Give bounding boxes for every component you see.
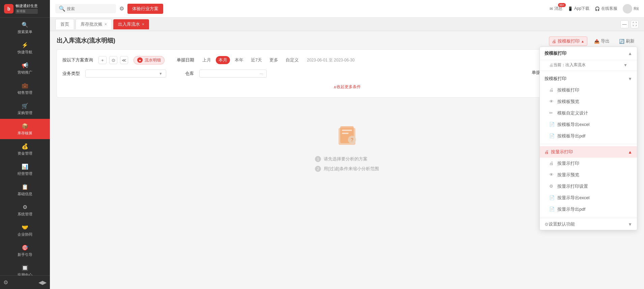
app-download-btn[interactable]: 📱 App下载 xyxy=(568,6,589,11)
tab-flow-close[interactable]: × xyxy=(142,22,144,27)
tab-bar: 首页 库存批次账 × 出入库流水 × — ⛶ xyxy=(50,18,644,31)
settings-bottom-icon[interactable]: ⚙ xyxy=(3,279,8,286)
logo-icon: b xyxy=(4,4,13,14)
svg-rect-3 xyxy=(342,133,349,134)
apps-nav-icon: 🔲 xyxy=(21,264,29,271)
footer-arrow-icon: ▼ xyxy=(628,222,632,227)
sidebar-item-label-inventory: 库存核算 xyxy=(18,131,32,136)
sidebar-item-marketing[interactable]: 📢 营销推广 xyxy=(0,58,50,78)
sidebar-item-label-collab: 企业协同 xyxy=(18,232,32,237)
tab-home-label: 首页 xyxy=(60,22,69,27)
sidebar-item-label-search: 搜索菜单 xyxy=(18,29,32,34)
template-print-section: 按模板打印 ▼ 🖨 按模板打印 👁 按模板预览 ✏ 模板自定义设计 📄 xyxy=(540,72,637,143)
filter-tag-flow[interactable]: ● 流水明细 xyxy=(134,56,165,64)
tab-batch[interactable]: 库存批次账 × xyxy=(76,19,112,29)
headset-icon: 🎧 xyxy=(595,6,600,11)
sidebar-item-label-quick: 快捷导航 xyxy=(18,50,32,55)
empty-text: 1 请先选择要分析的方案 2 用[过滤]条件来缩小分析范围 xyxy=(315,154,379,174)
tab-batch-close[interactable]: × xyxy=(105,22,107,27)
sidebar-item-sales[interactable]: 💼 销售管理 xyxy=(0,78,50,99)
date-btn-this-month[interactable]: 本月 xyxy=(216,56,230,64)
sidebar-item-finance[interactable]: 💰 资金管理 xyxy=(0,139,50,159)
dropdown-footer[interactable]: ⚙ 设置默认功能 ▼ xyxy=(540,218,637,230)
date-btn-custom[interactable]: 自定义 xyxy=(283,56,301,64)
template-export-excel-item[interactable]: 📄 按模板导出excel xyxy=(540,119,637,130)
search-icon: 🔍 xyxy=(59,5,65,12)
template-print-section-arrow: ▼ xyxy=(628,76,632,81)
sidebar-item-label-operations: 经营管理 xyxy=(18,171,32,176)
filter-settings-btn[interactable]: ⊙ xyxy=(109,56,117,64)
display-print-section-label: 按显示打印 xyxy=(551,149,573,155)
template-export-pdf-icon: 📄 xyxy=(549,133,555,139)
online-service-label: 在线客服 xyxy=(601,6,617,11)
dropdown-scroll-arrow-up[interactable]: ▲ xyxy=(628,51,632,56)
display-preview-icon: 👁 xyxy=(549,172,555,178)
sidebar-item-collab[interactable]: 🤝 企业协同 xyxy=(0,220,50,240)
business-type-select[interactable]: ▼ xyxy=(85,70,166,78)
sidebar-item-guide[interactable]: 🎯 新手引导 xyxy=(0,240,50,261)
tab-maximize-btn[interactable]: ⛶ xyxy=(631,20,639,28)
template-print-label: 按模板打印 xyxy=(557,87,579,93)
template-print-section-header[interactable]: 按模板打印 ▼ xyxy=(540,73,637,84)
main-content: 🔍 ⚙ 体验行业方案 ✉ 消息 99+ 📱 App下载 🎧 在线客服 Ri xyxy=(50,0,644,289)
empty-step-2: 2 用[过滤]条件来缩小分析范围 xyxy=(315,164,379,173)
tab-flow[interactable]: 出入库流水 × xyxy=(113,19,149,29)
app-name: 畅捷通好生意 xyxy=(16,3,38,8)
display-print-item[interactable]: 🖨 按显示打印 xyxy=(540,158,637,169)
sidebar-item-label-finance: 资金管理 xyxy=(18,151,32,156)
collapse-sidebar-icon[interactable]: ◀▶ xyxy=(38,279,47,286)
display-print-section-header[interactable]: 🖨 按显示打印 ▲ xyxy=(540,146,637,158)
tab-minimize-btn[interactable]: — xyxy=(620,20,628,28)
sidebar-item-purchase[interactable]: 🛒 采购管理 xyxy=(0,99,50,119)
sidebar-item-label-marketing: 营销推广 xyxy=(18,70,32,75)
filter-collapse-btn[interactable]: ≪ xyxy=(120,56,128,64)
date-btn-7days[interactable]: 近7天 xyxy=(248,56,265,64)
phone-icon: 📱 xyxy=(568,6,573,11)
date-btn-last-month[interactable]: 上月 xyxy=(200,56,214,64)
sidebar-item-apps[interactable]: 🔲 应用中心 xyxy=(0,261,50,275)
display-print-icon: 🖨 xyxy=(549,161,555,166)
date-btn-more[interactable]: 更多 xyxy=(267,56,281,64)
date-btn-this-year[interactable]: 本年 xyxy=(232,56,246,64)
warehouse-select[interactable]: ··· xyxy=(199,70,267,78)
filter-add-btn[interactable]: + xyxy=(98,56,107,64)
print-template-btn[interactable]: 🖨 按模板打印 ▲ xyxy=(549,36,587,46)
display-export-excel-item[interactable]: 📄 按显示导出excel xyxy=(540,192,637,204)
refresh-btn[interactable]: 🔄 刷新 xyxy=(616,37,637,46)
sidebar-item-basic[interactable]: 📋 基础信息 xyxy=(0,180,50,200)
sidebar-item-system[interactable]: ⚙ 系统管理 xyxy=(0,200,50,220)
sidebar-item-search[interactable]: 🔍 搜索菜单 xyxy=(0,18,50,38)
template-preview-item[interactable]: 👁 按模板预览 xyxy=(540,96,637,107)
topbar-search-box[interactable]: 🔍 xyxy=(55,4,116,13)
current-template-label: 当前：出入库流水 xyxy=(553,62,586,68)
template-custom-item[interactable]: ✏ 模板自定义设计 xyxy=(540,107,637,119)
template-print-item[interactable]: 🖨 按模板打印 xyxy=(540,84,637,96)
step-2-num: 2 xyxy=(315,166,321,172)
collapse-more-btn[interactable]: ∧ 收起更多条件 xyxy=(331,82,363,92)
filter-tag-icon: ● xyxy=(137,57,143,63)
empty-step-1: 1 请先选择要分析的方案 xyxy=(315,155,379,163)
display-export-pdf-item[interactable]: 📄 按显示导出pdf xyxy=(540,204,637,215)
sidebar-item-quick[interactable]: ⚡ 快捷导航 xyxy=(0,38,50,58)
user-area[interactable]: Rit xyxy=(623,4,639,14)
sidebar-item-inventory[interactable]: 📦 库存核算 xyxy=(0,119,50,139)
step-1-num: 1 xyxy=(315,156,321,162)
message-btn[interactable]: ✉ 消息 99+ xyxy=(550,6,562,11)
display-preview-item[interactable]: 👁 按显示预览 xyxy=(540,169,637,181)
display-print-settings-item[interactable]: ⚙ 按显示打印设置 xyxy=(540,181,637,192)
sidebar-item-operations[interactable]: 📊 经营管理 xyxy=(0,159,50,180)
online-service-btn[interactable]: 🎧 在线客服 xyxy=(595,6,617,11)
trial-btn[interactable]: 体验行业方案 xyxy=(127,4,163,14)
export-btn[interactable]: 📤 导出 xyxy=(591,37,612,46)
filter-action-btns: + ⊙ ≪ xyxy=(98,56,128,64)
inventory-nav-icon: 📦 xyxy=(21,122,29,130)
search-input[interactable] xyxy=(67,6,111,11)
print-arrow-icon: ▲ xyxy=(581,40,584,43)
display-preview-label: 按显示预览 xyxy=(557,172,579,178)
tab-flow-label: 出入库流水 xyxy=(118,21,140,27)
tab-home[interactable]: 首页 xyxy=(55,19,74,29)
topbar-gear-icon[interactable]: ⚙ xyxy=(119,5,124,12)
current-template-arrow[interactable]: ▼ xyxy=(623,63,627,68)
step-2-text: 用[过滤]条件来缩小分析范围 xyxy=(324,164,379,173)
template-export-pdf-item[interactable]: 📄 按模板导出pdf xyxy=(540,130,637,142)
